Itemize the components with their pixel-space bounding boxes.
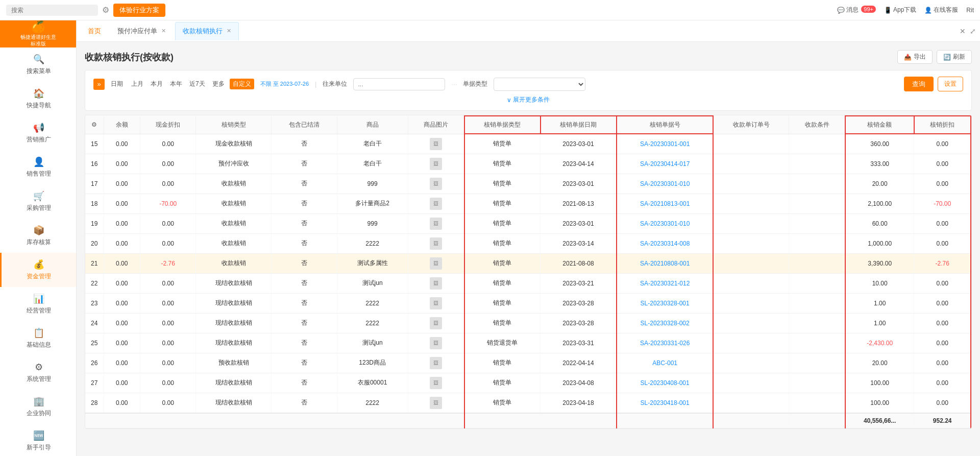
cancel-bill-no-link[interactable]: SA-20230414-017 xyxy=(640,160,690,167)
tab-cancel-close[interactable]: ✕ xyxy=(227,28,231,34)
sidebar-item-sales[interactable]: 👤 销售管理 xyxy=(0,150,76,184)
date-opt-this-month[interactable]: 本月 xyxy=(149,79,165,89)
cell-include-settled: 否 xyxy=(272,154,337,174)
refresh-label: 刷新 xyxy=(953,53,965,61)
cell-cancel-discount: -2.76 xyxy=(914,253,971,273)
cancel-bill-no-link[interactable]: SA-20210808-001 xyxy=(640,260,690,267)
cell-cancel-bill-date: 2023-03-28 xyxy=(541,293,617,313)
cell-include-settled: 否 xyxy=(272,313,337,333)
user-label: Rit xyxy=(966,7,974,14)
cancel-bill-no-link[interactable]: SL-20230328-001 xyxy=(641,300,690,307)
cell-receipt-condition xyxy=(789,194,845,213)
cell-goods-image: 🖼 xyxy=(408,293,464,313)
search-input[interactable] xyxy=(6,5,98,16)
cell-goods-image: 🖼 xyxy=(408,253,464,273)
refresh-icon: 🔄 xyxy=(943,54,951,61)
expand-more-btn[interactable]: ∨ 展开更多条件 xyxy=(507,95,550,104)
cell-cancel-amount: 1.00 xyxy=(845,313,914,333)
cell-cancel-discount: 0.00 xyxy=(914,213,971,233)
sidebar-item-guide[interactable]: 🆕 新手引导 xyxy=(0,424,76,456)
sidebar-item-finance[interactable]: 💰 资金管理 xyxy=(0,253,76,287)
sidebar-item-system[interactable]: ⚙ 系统管理 xyxy=(0,355,76,390)
settings-icon[interactable]: ⚙ xyxy=(102,5,109,15)
cell-cancel-bill-date: 2023-04-18 xyxy=(541,393,617,413)
sidebar-item-nav[interactable]: 🏠 快捷导航 xyxy=(0,82,76,116)
cell-cancel-bill-date: 2023-03-01 xyxy=(541,134,617,154)
cell-goods: 测试jun xyxy=(337,333,408,353)
sidebar-item-purchase[interactable]: 🛒 采购管理 xyxy=(0,184,76,219)
sidebar-logo: 🍊 畅捷通谱好生意 标准版 xyxy=(0,20,76,47)
cell-balance: 0.00 xyxy=(104,273,140,293)
filter-expand-btn[interactable]: » xyxy=(93,79,105,90)
tab-bar: 首页 预付冲应付单 ✕ 收款核销执行 ✕ ✕ ⤢ xyxy=(77,20,980,42)
cancel-bill-no-link[interactable]: SA-20230301-010 xyxy=(640,220,690,227)
tab-close-all-icon[interactable]: ✕ xyxy=(960,27,966,35)
filter-action-buttons: 查询 设置 xyxy=(904,77,963,91)
th-receipt-condition: 收款条件 xyxy=(789,116,845,134)
cell-include-settled: 否 xyxy=(272,213,337,233)
cancel-bill-no-link[interactable]: SA-20230301-001 xyxy=(640,140,690,148)
tab-prepay[interactable]: 预付冲应付单 ✕ xyxy=(110,22,173,40)
sidebar-item-operation[interactable]: 📊 经营管理 xyxy=(0,287,76,321)
industry-btn[interactable]: 体验行业方案 xyxy=(113,4,165,17)
query-btn[interactable]: 查询 xyxy=(904,77,934,91)
sidebar: 🍊 畅捷通谱好生意 标准版 🔍 搜索菜单 🏠 快捷导航 📢 营销推广 👤 销售管… xyxy=(0,20,77,456)
cancel-bill-no-link[interactable]: SA-20230301-010 xyxy=(640,180,690,187)
cancel-bill-no-link[interactable]: SA-20210813-001 xyxy=(640,200,690,207)
tab-prepay-close[interactable]: ✕ xyxy=(161,28,166,34)
cell-cancel-bill-date: 2023-03-21 xyxy=(541,273,617,293)
cancel-bill-no-link[interactable]: SL-20230418-001 xyxy=(641,399,690,406)
sidebar-item-inventory[interactable]: 📦 库存核算 xyxy=(0,219,76,253)
sidebar-item-label: 营销推广 xyxy=(27,135,51,144)
refresh-btn[interactable]: 🔄 刷新 xyxy=(937,50,972,64)
cell-cancel-discount: 0.00 xyxy=(914,393,971,413)
app-download-item[interactable]: 📱 App下载 xyxy=(884,6,916,14)
user-item[interactable]: Rit xyxy=(966,7,974,14)
sidebar-item-marketing[interactable]: 📢 营销推广 xyxy=(0,116,76,150)
sidebar-item-corp[interactable]: 🏢 企业协同 xyxy=(0,390,76,424)
date-opt-more[interactable]: 更多 xyxy=(210,79,227,89)
th-cancel-bill-type: 核销单据类型 xyxy=(464,116,541,134)
date-opt-custom[interactable]: 自定义 xyxy=(230,79,254,89)
cell-seq: 28 xyxy=(85,393,104,413)
export-icon: 📤 xyxy=(904,54,912,61)
cancel-bill-no-link[interactable]: SA-20230314-008 xyxy=(640,240,690,247)
cell-seq: 18 xyxy=(85,194,104,213)
online-service-item[interactable]: 👤 在线客服 xyxy=(924,6,958,14)
message-item[interactable]: 💬 消息 99+ xyxy=(837,6,876,14)
table-row: 21 0.00 -2.76 收款核销 否 测试多属性 🖼 销货单 2021-08… xyxy=(85,253,971,273)
tab-prepay-label: 预付冲应付单 xyxy=(117,27,157,36)
cell-cancel-type: 现结收款核销 xyxy=(196,293,272,313)
table-row: 28 0.00 0.00 现结收款核销 否 2222 🖼 销货单 2023-04… xyxy=(85,393,971,413)
setting-btn[interactable]: 设置 xyxy=(938,77,963,91)
cancel-bill-no-link[interactable]: ABC-001 xyxy=(652,359,677,367)
page-title: 收款核销执行(按收款) xyxy=(85,51,174,63)
from-unit-input[interactable] xyxy=(353,78,445,90)
cancel-bill-no-link[interactable]: SL-20230408-001 xyxy=(641,379,690,387)
th-settings[interactable]: ⚙ xyxy=(85,116,104,134)
sidebar-item-base[interactable]: 📋 基础信息 xyxy=(0,321,76,355)
cell-cancel-bill-no: SA-20230414-017 xyxy=(617,154,714,174)
tab-expand-icon[interactable]: ⤢ xyxy=(970,27,976,35)
cell-cancel-type: 预付冲应收 xyxy=(196,154,272,174)
cancel-bill-no-link[interactable]: SA-20230331-026 xyxy=(640,340,690,347)
date-opt-7days[interactable]: 近7天 xyxy=(187,79,207,89)
export-btn[interactable]: 📤 导出 xyxy=(897,50,933,64)
app-icon: 📱 xyxy=(884,7,892,14)
cell-cancel-bill-no: SA-20210808-001 xyxy=(617,253,714,273)
date-opt-this-year[interactable]: 本年 xyxy=(168,79,184,89)
sidebar-item-search[interactable]: 🔍 搜索菜单 xyxy=(0,47,76,82)
bill-type-select[interactable] xyxy=(494,78,585,91)
tab-home[interactable]: 首页 xyxy=(81,22,108,40)
date-opt-last-month[interactable]: 上月 xyxy=(129,79,145,89)
cell-cash-discount: -70.00 xyxy=(140,194,196,213)
cell-include-settled: 否 xyxy=(272,253,337,273)
cancel-bill-no-link[interactable]: SL-20230328-002 xyxy=(641,320,690,327)
tab-cancel[interactable]: 收款核销执行 ✕ xyxy=(175,22,239,40)
cell-receipt-condition xyxy=(789,253,845,273)
cell-seq: 17 xyxy=(85,174,104,194)
cancel-bill-no-link[interactable]: SA-20230321-012 xyxy=(640,280,690,287)
footer-cancel-bill-type xyxy=(464,413,541,428)
top-bar-left: ⚙ 体验行业方案 xyxy=(6,4,833,17)
cell-seq: 27 xyxy=(85,373,104,393)
